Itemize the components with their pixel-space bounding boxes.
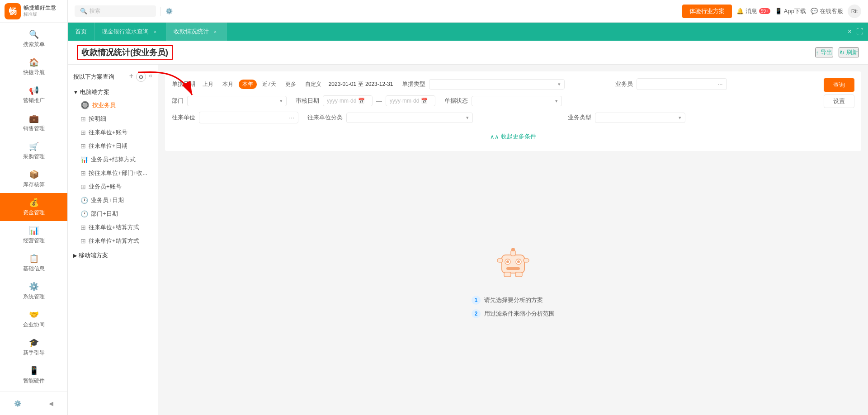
svg-rect-11 [515,272,522,277]
tab-home[interactable]: 首页 [68,23,94,41]
sidebar-item-purchase[interactable]: 🛒 采购管理 [0,137,67,165]
trial-btn[interactable]: 体验行业方案 [682,5,732,18]
status-select[interactable]: ▾ [472,96,562,106]
online-service-btn[interactable]: 💬 在线客服 [811,7,843,15]
sidebar-item-system[interactable]: ⚙️ 系统管理 [0,277,67,305]
biz-type-select[interactable]: ▾ [595,113,685,123]
page-title: 收款情况统计(按业务员) [77,45,173,60]
tab-receipt-close[interactable]: × [212,28,219,35]
sidebar-item-guide[interactable]: 🎓 新手引导 [0,333,67,361]
staff-select[interactable]: ··· [637,78,727,90]
plan-item-unit-settle1[interactable]: ⊞ 往来单位+结算方式 [68,221,158,234]
plan-item-unit-date[interactable]: ⊞ 往来单位+日期 [68,139,158,153]
date-tab-this-month[interactable]: 本月 [219,80,237,89]
purchase-icon: 🛒 [29,141,39,151]
user-avatar[interactable]: Rit [848,5,861,18]
plan-item-by-detail[interactable]: ⊞ 按明细 [68,112,158,126]
svg-rect-10 [504,272,511,277]
tabbar-right: × ⛶ [843,23,868,41]
plan-item-unit-dept[interactable]: ⊞ 按往来单位+部门+收... [68,166,158,180]
topbar-gear-icon[interactable]: ⚙️ [165,8,173,14]
tab-expand-btn[interactable]: ⛶ [856,28,863,36]
date-tab-this-year[interactable]: 本年 [239,80,257,89]
filter-row-3: 往来单位 ··· 往来单位分类 [172,112,819,123]
date-tab-custom[interactable]: 自定义 [302,80,325,89]
plan-item-staff-date[interactable]: 🕐 业务员+日期 [68,193,158,207]
type-select[interactable]: ▾ [429,79,565,90]
topbar-search[interactable]: 🔍 搜索 [75,5,156,17]
sidebar-item-sales[interactable]: 💼 销售管理 [0,109,67,137]
query-btn[interactable]: 查询 [824,78,854,92]
sidebar-item-operation[interactable]: 📊 经营管理 [0,221,67,249]
collapse-panel-btn[interactable]: « [149,72,152,82]
plan-item-dept-date[interactable]: 🕐 部门+日期 [68,207,158,221]
date-tab-7days[interactable]: 近7天 [259,80,280,89]
date-tab-more[interactable]: 更多 [282,80,300,89]
export-icon: ↑ [816,49,819,56]
sidebar-collapse-btn[interactable]: ◀ [45,396,57,410]
sidebar-item-hardware[interactable]: 📱 智能硬件 [0,361,67,389]
unit-select[interactable]: ··· [199,112,298,123]
sidebar-item-basic[interactable]: 📋 基础信息 [0,249,67,277]
app-download-btn[interactable]: 📱 App下载 [775,7,806,15]
staff-dots-btn[interactable]: ··· [717,80,723,88]
tab-bank-close[interactable]: × [151,28,159,35]
date-tab-last-month[interactable]: 上月 [199,80,217,89]
export-btn[interactable]: ↑ 导出 [815,47,834,57]
tab-bank[interactable]: 现金银行流水查询 × [94,23,166,41]
unit-dots-btn[interactable]: ··· [289,114,294,121]
tab-close-all-btn[interactable]: × [848,28,852,36]
search-icon: 🔍 [80,8,87,14]
unit-settle1-icon: ⊞ [80,224,86,231]
sidebar-item-quicknav[interactable]: 🏠 快捷导航 [0,53,67,81]
notification-btn[interactable]: 🔔 消息 99+ [736,7,770,15]
inventory-icon: 📦 [29,170,39,179]
tab-receipt[interactable]: 收款情况统计 × [166,23,226,41]
review-date-to[interactable]: yyyy-mm-dd 📅 [386,95,435,106]
mobile-group-title[interactable]: ▶ 移动端方案 [68,250,158,261]
sidebar-item-finance[interactable]: 💰 资金管理 [0,193,67,221]
logo-name: 畅捷通好生意 [24,5,56,12]
unit-settle2-icon: ⊞ [80,237,86,245]
unit-category-select[interactable]: ▾ [346,113,473,123]
collapse-filter-btn[interactable]: ∧∧ 收起更多条件 [172,129,854,144]
sidebar-settings-btn[interactable]: ⚙️ [10,396,25,410]
unit-date-icon: ⊞ [80,142,86,150]
sidebar-item-search[interactable]: 🔍 搜索菜单 [0,25,67,53]
plan-item-staff-settle[interactable]: 📊 业务员+结算方式 [68,153,158,166]
page: 收款情况统计(按业务员) ↑ 导出 ↻ 刷新 按以下方案查询 + [68,41,868,415]
plan-item-unit-settle2[interactable]: ⊞ 往来单位+结算方式 [68,234,158,248]
logo-badge: 标准版 [24,11,56,18]
add-plan-btn[interactable]: + [129,72,133,82]
collapse-icon: ∧∧ [490,133,499,140]
topbar-actions: 体验行业方案 🔔 消息 99+ 📱 App下载 💬 在线客服 Rit [682,5,861,18]
panel-header-icons: + ⚙ « [129,72,152,82]
calendar-icon-2: 📅 [421,98,428,104]
dept-select[interactable]: ▾ [187,96,287,106]
basic-icon: 📋 [29,254,39,264]
plan-item-by-staff[interactable]: 🔘 按业务员 [68,98,158,112]
filter-row-wrapper: 单据日期 上月 本月 本年 近7天 更多 自定义 [172,78,854,129]
refresh-btn[interactable]: ↻ 刷新 [839,47,859,57]
active-plan-icon: 🔘 [80,101,90,109]
sidebar-item-marketing[interactable]: 📢 营销推广 [0,81,67,109]
svg-rect-5 [506,267,520,270]
filter-settings-btn[interactable]: 设置 [824,94,854,108]
plan-item-unit-account[interactable]: ⊞ 往来单位+账号 [68,126,158,139]
main-area: 🔍 搜索 ⚙️ 体验行业方案 🔔 消息 99+ 📱 App下载 💬 在线客服 R… [68,0,868,415]
sidebar-bottom: ⚙️ ◀ [0,391,67,415]
desktop-group-title[interactable]: ▼ 电脑端方案 [68,86,158,98]
calendar-icon: 📅 [358,98,365,104]
staff-filter-item: 业务员 ··· [615,78,819,90]
review-date-from[interactable]: yyyy-mm-dd 📅 [323,95,373,106]
empty-tip-2: 2 用过滤条件来缩小分析范围 [472,309,555,318]
hardware-icon: 📱 [29,366,39,376]
search-icon: 🔍 [29,29,39,39]
sidebar-item-corp[interactable]: 🤝 企业协同 [0,305,67,333]
tabbar: 首页 现金银行流水查询 × 收款情况统计 × × ⛶ [68,23,868,41]
settings-plan-btn[interactable]: ⚙ [136,72,146,82]
filter-row-1: 单据日期 上月 本月 本年 近7天 更多 自定义 [172,78,819,90]
sidebar-item-inventory[interactable]: 📦 库存核算 [0,165,67,193]
plan-item-staff-account[interactable]: ⊞ 业务员+账号 [68,180,158,193]
home-icon: 🏠 [29,57,39,67]
